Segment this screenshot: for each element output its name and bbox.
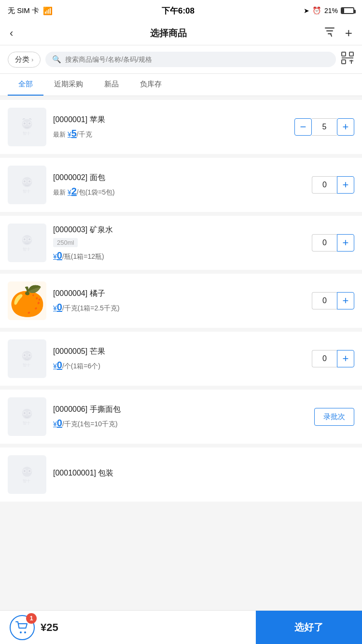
alarm-icon: ⏰ (312, 6, 321, 15)
nav-actions: + (324, 26, 352, 41)
nav-bar: ‹ 选择商品 + (0, 21, 362, 45)
wifi-icon: 📶 (43, 6, 53, 15)
svg-point-10 (28, 122, 30, 124)
product-info-2: [0000003] 矿泉水 250ml ¥0/瓶(1箱=12瓶) (53, 225, 305, 261)
qty-input-3[interactable] (312, 292, 337, 309)
tab-recent[interactable]: 近期采购 (43, 74, 94, 96)
qty-increase-3[interactable]: + (337, 292, 354, 309)
cart-total: ¥25 (41, 621, 58, 634)
qty-decrease-0[interactable]: − (294, 118, 312, 136)
page-title: 选择商品 (150, 27, 187, 40)
qty-increase-2[interactable]: + (337, 234, 354, 252)
product-list: 智十 [0000001] 苹果 最新 ¥5/千克 − + (0, 96, 362, 544)
svg-point-40 (28, 470, 30, 472)
table-row: 智十 [0000006] 手撕面包 ¥0/千克(1包=10千克) 录批次 (0, 390, 362, 444)
svg-rect-2 (342, 60, 346, 64)
status-time: 下午6:08 (162, 5, 195, 16)
product-price-4: ¥0/个(1箱=6个) (53, 360, 305, 371)
tab-new[interactable]: 新品 (94, 74, 129, 96)
svg-rect-1 (349, 52, 353, 56)
product-price-5: ¥0/千克(1包=10千克) (53, 418, 307, 429)
svg-point-39 (24, 470, 26, 472)
product-name-6: [000100001] 包装 (53, 468, 354, 478)
product-image-4: 智十 (8, 339, 46, 378)
table-row: 智十 [0000001] 苹果 最新 ¥5/千克 − + (0, 100, 362, 154)
svg-point-43 (24, 631, 26, 633)
table-row: 智十 [0000003] 矿泉水 250ml ¥0/瓶(1箱=12瓶) + (0, 216, 362, 270)
qty-input-2[interactable] (312, 234, 337, 252)
product-info-4: [0000005] 芒果 ¥0/个(1箱=6个) (53, 347, 305, 371)
add-button[interactable]: + (345, 26, 352, 41)
product-image-6: 智十 (8, 455, 46, 494)
qty-increase-1[interactable]: + (337, 176, 354, 194)
carrier-label: 无 SIM 卡 (8, 6, 39, 15)
product-price-0: 最新 ¥5/千克 (53, 128, 288, 139)
status-left: 无 SIM 卡 📶 (8, 6, 53, 15)
table-row: 智十 [0000002] 面包 最新 ¥2/包(1袋=5包) + (0, 158, 362, 212)
cart-section: 1 ¥25 (0, 615, 256, 640)
filter-button[interactable] (324, 27, 335, 40)
tab-negative[interactable]: 负库存 (129, 74, 172, 96)
status-bar: 无 SIM 卡 📶 下午6:08 ➤ ⏰ 21% (0, 0, 362, 21)
confirm-button[interactable]: 选好了 (256, 611, 362, 644)
scan-icon[interactable] (341, 51, 354, 68)
qty-input-4[interactable] (312, 350, 337, 367)
product-image-1: 智十 (8, 166, 46, 204)
search-icon: 🔍 (52, 55, 61, 64)
qty-control-2: + (312, 234, 354, 252)
product-image-0: 智十 (8, 108, 46, 146)
svg-point-28 (28, 354, 30, 356)
product-price-1: 最新 ¥2/包(1袋=5包) (53, 186, 305, 197)
qty-increase-4[interactable]: + (337, 350, 354, 367)
qty-control-4: + (312, 350, 354, 367)
svg-text:智十: 智十 (23, 421, 30, 425)
svg-point-42 (20, 631, 22, 633)
product-info-6: [000100001] 包装 (53, 468, 354, 481)
qty-control-0: − + (294, 118, 354, 136)
svg-point-15 (24, 180, 26, 182)
svg-point-21 (24, 238, 26, 240)
svg-point-22 (28, 238, 30, 240)
tab-all[interactable]: 全部 (8, 74, 43, 96)
battery-icon (341, 7, 354, 14)
bottom-bar: 1 ¥25 选好了 (0, 610, 362, 644)
table-row: 智十 [0000005] 芒果 ¥0/个(1箱=6个) + (0, 332, 362, 386)
table-row: 智十 [000100001] 包装 (0, 448, 362, 502)
search-input[interactable] (65, 56, 329, 63)
product-name-2: [0000003] 矿泉水 (53, 225, 305, 235)
product-image-5: 智十 (8, 397, 46, 436)
batch-button-5[interactable]: 录批次 (314, 408, 354, 426)
product-name-4: [0000005] 芒果 (53, 347, 305, 357)
svg-point-34 (28, 412, 30, 414)
product-price-2: ¥0/瓶(1箱=12瓶) (53, 250, 305, 261)
svg-text:智十: 智十 (23, 247, 30, 252)
product-info-3: [0000004] 橘子 ¥0/千克(1箱=2.5千克) (53, 289, 305, 313)
cart-badge: 1 (26, 613, 37, 624)
product-name-0: [0000001] 苹果 (53, 115, 288, 125)
svg-point-27 (24, 354, 26, 356)
product-image-3: 🍊 (8, 281, 46, 320)
category-label: 分类 (15, 55, 29, 64)
qty-control-3: + (312, 292, 354, 309)
product-name-3: [0000004] 橘子 (53, 289, 305, 299)
cart-button[interactable]: 1 (10, 615, 35, 640)
svg-rect-0 (342, 52, 346, 56)
qty-input-0[interactable] (312, 118, 337, 136)
location-icon: ➤ (304, 7, 309, 14)
search-input-wrap: 🔍 (45, 52, 336, 67)
svg-text:智十: 智十 (23, 189, 30, 194)
product-info-0: [0000001] 苹果 最新 ¥5/千克 (53, 115, 288, 139)
qty-increase-0[interactable]: + (337, 118, 354, 136)
product-name-1: [0000002] 面包 (53, 173, 305, 183)
category-button[interactable]: 分类 › (8, 52, 41, 68)
product-image-2: 智十 (8, 224, 46, 262)
svg-point-16 (28, 180, 30, 182)
svg-point-9 (24, 122, 26, 124)
product-price-3: ¥0/千克(1箱=2.5千克) (53, 302, 305, 313)
back-button[interactable]: ‹ (10, 27, 13, 40)
qty-input-1[interactable] (312, 176, 337, 194)
svg-text:智十: 智十 (23, 479, 30, 483)
tab-bar: 全部 近期采购 新品 负库存 (0, 74, 362, 96)
product-spec-2: 250ml (53, 238, 78, 247)
product-info-1: [0000002] 面包 最新 ¥2/包(1袋=5包) (53, 173, 305, 197)
